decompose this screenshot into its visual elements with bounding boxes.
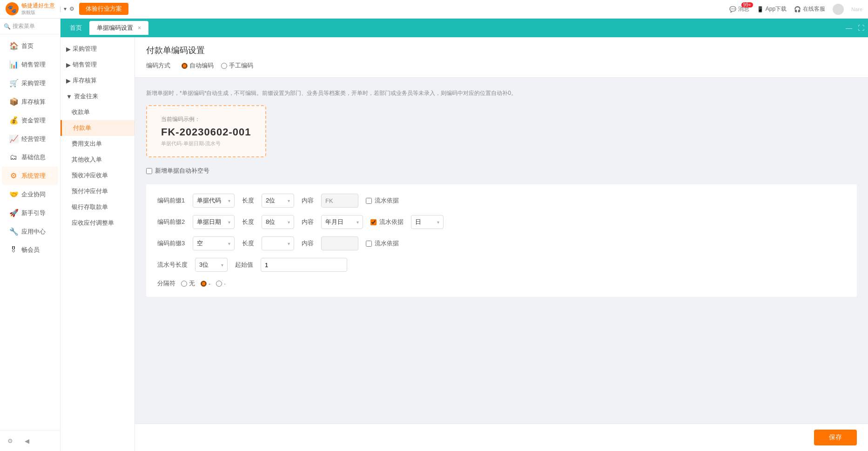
message-icon: 💬 [729,6,736,13]
maximize-btn[interactable]: ⛶ [856,22,866,34]
content-wrapper: ▶ 采购管理 ▶ 销售管理 ▶ 库存核算 [61,37,868,451]
preview-desc: 单据代码-单据日期-流水号 [161,140,251,147]
sidebar-item-sales[interactable]: 📊 销售管理 [2,55,58,74]
sidebar-item-purchase[interactable]: 🛒 采购管理 [2,74,58,92]
chevron-down-icon-c2: ▾ [357,220,359,225]
serial3-checkbox-row: 流水依据 [366,239,399,248]
auto-fill-checkbox[interactable] [146,168,152,174]
sep-dash-radio[interactable] [201,281,207,287]
sub-header-purchase[interactable]: ▶ 采购管理 [61,41,135,57]
chevron-right-icon3: ▶ [66,77,71,84]
sidebar-search[interactable]: 🔍 搜索菜单 [0,19,60,34]
length2-select[interactable]: 8位 ▾ [262,215,294,229]
chevron-down-icon-p1: ▾ [228,198,230,203]
system-icon: ⚙ [9,171,18,180]
tab-close-icon[interactable]: × [138,25,141,31]
prefix1-select[interactable]: 单据代码 ▾ [193,194,235,208]
sep-dash-label[interactable]: - [201,280,210,287]
finance-icon: 💰 [9,116,18,125]
sep-dot-label[interactable]: · [216,280,226,287]
info-tip: 新增单据时，*单据编码*自动生成，不可编辑。前缀设置为部门、业务员等档案类，开单… [146,89,857,98]
separator-row: 分隔符 无 - [157,279,846,288]
sidebar-item-system[interactable]: ⚙ 系统管理 [2,167,58,185]
serial3-checkbox[interactable] [366,241,372,247]
prefix3-select[interactable]: 空 ▾ [193,236,235,250]
sidebar-item-guide[interactable]: 🚀 新手引导 [2,204,58,222]
sep-none-radio[interactable] [181,281,187,287]
preview-code: FK-20230602-001 [161,126,251,138]
length3-select[interactable]: ▾ [262,236,294,250]
serial2-checkbox[interactable] [370,219,377,225]
sub-item-receipt[interactable]: 收款单 [61,104,135,120]
sidebar-item-apps[interactable]: 🔧 应用中心 [2,222,58,241]
app-download-item[interactable]: 📱 App下载 [757,5,787,13]
content1-value: FK [321,194,358,208]
message-badge: 99+ [741,2,753,7]
logo: 🐾 畅捷通好生意 旗舰版 [6,2,55,15]
sub-group-inventory: ▶ 库存核算 [61,73,135,88]
home-icon: 🏠 [9,41,18,50]
bottom-bar: 保存 [135,424,868,451]
sidebar-item-member[interactable]: 🎖 畅会员 [2,241,58,259]
serial2-unit-select[interactable]: 日 ▾ [411,215,444,229]
sidebar-item-operation[interactable]: 📈 经营管理 [2,130,58,148]
enterprise-icon: 🤝 [9,190,18,199]
serial-length-row: 流水号长度 3位 ▾ 起始值 [157,258,846,272]
settings-icon[interactable]: ⚙ [69,6,74,12]
guide-icon: 🚀 [9,209,18,217]
headset-icon: 🎧 [794,6,801,13]
logo-icon: 🐾 [6,2,19,15]
manual-code-radio-label[interactable]: 手工编码 [221,61,253,70]
serial1-checkbox[interactable] [366,198,372,204]
auto-fill-row: 新增单据自动补空号 [146,167,857,175]
sub-item-payment[interactable]: 付款单 [61,120,135,136]
sub-sidebar: ▶ 采购管理 ▶ 销售管理 ▶ 库存核算 [61,37,135,451]
sub-item-advance-receipt[interactable]: 预收冲应收单 [61,168,135,183]
content3-value [321,236,358,250]
sidebar-item-home[interactable]: 🏠 首页 [2,37,58,55]
sub-item-expense[interactable]: 费用支出单 [61,136,135,152]
sub-header-inventory[interactable]: ▶ 库存核算 [61,73,135,88]
length1-select[interactable]: 2位 ▾ [262,194,294,208]
serial-length-select[interactable]: 3位 ▾ [195,258,228,272]
sub-header-sales[interactable]: ▶ 销售管理 [61,57,135,73]
chevron-right-icon: ▶ [66,46,71,53]
sub-item-ar-ap[interactable]: 应收应付调整单 [61,215,135,231]
sidebar-item-finance[interactable]: 💰 资金管理 [2,111,58,129]
sidebar-item-inventory[interactable]: 📦 库存核算 [2,93,58,111]
start-value-input[interactable] [261,258,347,272]
auto-code-radio[interactable] [182,63,188,69]
sidebar-item-enterprise[interactable]: 🤝 企业协同 [2,185,58,203]
topbar-left: 🐾 畅捷通好生意 旗舰版 | ▾ ⚙ 体验行业方案 [6,2,128,15]
message-item[interactable]: 💬 消息 99+ [729,5,749,13]
auto-code-radio-label[interactable]: 自动编码 [182,61,214,70]
tab-bar-actions: — ⛶ [844,22,866,34]
chevron-down-icon: ▼ [66,93,72,100]
minimize-btn[interactable]: — [844,22,854,34]
sub-item-bank[interactable]: 银行存取款单 [61,199,135,215]
sub-header-finance[interactable]: ▼ 资金往来 [61,88,135,104]
form-section: 编码前缀1 单据代码 ▾ 长度 2位 ▾ 内容 [146,184,857,297]
tab-home[interactable]: 首页 [62,21,89,35]
sep-dot-radio[interactable] [216,281,222,287]
user-avatar[interactable] [833,4,844,15]
manual-code-radio[interactable] [221,63,227,69]
page-body: 新增单据时，*单据编码*自动生成，不可编辑。前缀设置为部门、业务员等档案类，开单… [135,78,868,308]
tab-encoding-settings[interactable]: 单据编码设置 × [89,21,148,35]
content2-select[interactable]: 年月日 ▾ [321,215,363,229]
prefix2-select[interactable]: 单据日期 ▾ [193,215,235,229]
sub-item-other-income[interactable]: 其他收入单 [61,152,135,168]
online-service-item[interactable]: 🎧 在线客服 [794,5,825,13]
content-area: 首页 单据编码设置 × — ⛶ ▶ 采购管理 [61,19,868,451]
sidebar-item-basic[interactable]: 🗂 基础信息 [2,148,58,166]
sep-none-label[interactable]: 无 [181,279,195,288]
chevron-right-icon2: ▶ [66,61,71,68]
chevron-down-icon-l2: ▾ [288,220,290,225]
prefix2-row: 编码前缀2 单据日期 ▾ 长度 8位 ▾ 内容 [157,215,846,229]
sub-item-advance-payment[interactable]: 预付冲应付单 [61,183,135,199]
nav-arrow[interactable]: ▾ [64,6,67,12]
save-button[interactable]: 保存 [814,430,857,445]
settings-bottom-btn[interactable]: ⚙ [4,434,17,447]
trial-button[interactable]: 体验行业方案 [79,3,128,15]
collapse-btn[interactable]: ◀ [20,434,34,447]
